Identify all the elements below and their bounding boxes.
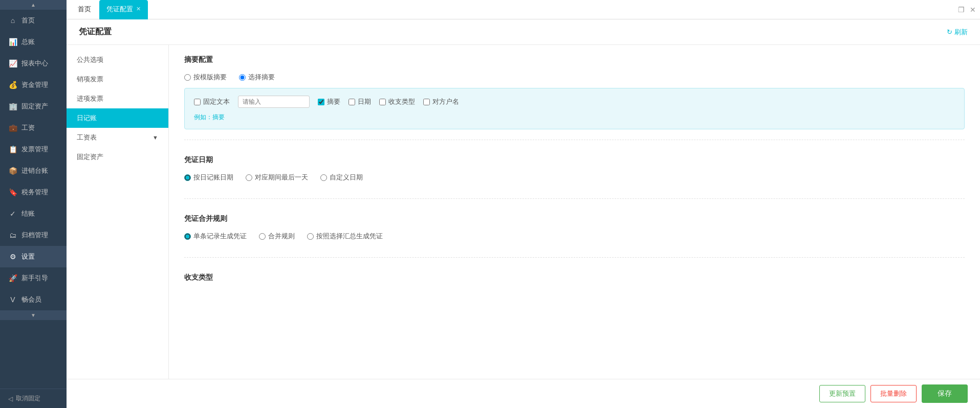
funds-icon: 💰 xyxy=(8,81,17,89)
body-area: 公共选项 销项发票 进项发票 日记账 工资表 ▼ 固定资产 xyxy=(67,45,980,379)
merge-rule-radio-summary-label: 按照选择汇总生成凭证 xyxy=(316,232,383,241)
sidebar-item-home[interactable]: ⌂ 首页 xyxy=(0,10,67,31)
voucher-date-radio-group: 按日记账日期 对应期间最后一天 自定义日期 xyxy=(184,173,965,182)
merge-rule-radio-summary[interactable]: 按照选择汇总生成凭证 xyxy=(307,232,383,241)
archive-icon: 🗂 xyxy=(8,231,17,239)
sidebar-item-funds-label: 资金管理 xyxy=(21,80,48,89)
abstract-radio-template-input[interactable] xyxy=(184,74,191,81)
left-nav-fixed-asset[interactable]: 固定资产 xyxy=(67,147,168,167)
sidebar-item-tax-label: 税务管理 xyxy=(21,188,48,197)
fixed-assets-icon: 🏢 xyxy=(8,102,17,110)
checkbox-fixed-text[interactable]: 固定文本 xyxy=(194,97,230,106)
checkbox-fixed-text-input[interactable] xyxy=(194,99,201,105)
sidebar-item-purchase-sale[interactable]: 📦 进销台账 xyxy=(0,160,67,182)
sidebar-scroll-down[interactable]: ▼ xyxy=(0,310,67,320)
invoice-icon: 📋 xyxy=(8,145,17,153)
merge-rule-radio-merge[interactable]: 合并规则 xyxy=(259,232,295,241)
sidebar-item-fixed-assets[interactable]: 🏢 固定资产 xyxy=(0,96,67,117)
voucher-date-radio-custom-label: 自定义日期 xyxy=(330,173,363,182)
refresh-label: 刷新 xyxy=(954,28,968,37)
checkbox-income-type[interactable]: 收支类型 xyxy=(379,97,415,106)
left-nav-public-label: 公共选项 xyxy=(77,55,103,64)
tab-voucher-config[interactable]: 凭证配置 ✕ xyxy=(99,0,148,19)
sidebar-unpin-button[interactable]: ◁ 取消固定 xyxy=(0,389,67,408)
abstract-radio-group: 按模版摘要 选择摘要 xyxy=(184,73,965,82)
checkbox-date[interactable]: 日期 xyxy=(349,97,371,106)
refresh-button[interactable]: ↻ 刷新 xyxy=(947,28,968,37)
update-preview-button[interactable]: 更新预置 xyxy=(819,385,865,402)
left-nav-purchase[interactable]: 进项发票 xyxy=(67,89,168,108)
sidebar: ▲ ⌂ 首页 📊 总账 📈 报表中心 💰 资金管理 🏢 固定资产 💼 工资 📋 … xyxy=(0,0,67,408)
voucher-date-radio-journal[interactable]: 按日记账日期 xyxy=(184,173,233,182)
sidebar-item-archive-label: 归档管理 xyxy=(21,231,48,240)
checkbox-counterparty-label: 对方户名 xyxy=(432,97,459,106)
tab-close-icon[interactable]: ✕ xyxy=(136,6,141,12)
main-area: 首页 凭证配置 ✕ ❐ ✕ 凭证配置 ↻ 刷新 公共选项 xyxy=(67,0,980,408)
left-nav-payroll-table[interactable]: 工资表 ▼ xyxy=(67,128,168,147)
sidebar-item-tax[interactable]: 🔖 税务管理 xyxy=(0,182,67,203)
left-nav-journal-label: 日记账 xyxy=(77,114,97,123)
sidebar-item-funds[interactable]: 💰 资金管理 xyxy=(0,74,67,96)
member-icon: V xyxy=(8,296,17,304)
merge-rule-radio-single-input[interactable] xyxy=(184,233,191,240)
checkbox-income-type-input[interactable] xyxy=(379,99,386,105)
bottom-bar: 更新预置 批量删除 保存 xyxy=(67,379,980,408)
sidebar-item-ledger[interactable]: 📊 总账 xyxy=(0,31,67,53)
fixed-text-input[interactable] xyxy=(238,96,310,108)
merge-rule-radio-single-label: 单条记录生成凭证 xyxy=(193,232,247,241)
voucher-date-radio-custom-input[interactable] xyxy=(320,174,327,181)
abstract-radio-template[interactable]: 按模版摘要 xyxy=(184,73,227,82)
left-nav-public[interactable]: 公共选项 xyxy=(67,50,168,70)
sidebar-item-settings[interactable]: ⚙ 设置 xyxy=(0,246,67,267)
abstract-radio-select-input[interactable] xyxy=(239,74,246,81)
abstract-section: 摘要配置 按模版摘要 选择摘要 xyxy=(184,55,965,140)
merge-rule-title: 凭证合并规则 xyxy=(184,214,965,223)
abstract-radio-select[interactable]: 选择摘要 xyxy=(239,73,275,82)
left-nav-sales[interactable]: 销项发票 xyxy=(67,70,168,89)
sidebar-item-home-label: 首页 xyxy=(21,16,35,25)
abstract-radio-template-label: 按模版摘要 xyxy=(193,73,227,82)
batch-delete-button[interactable]: 批量删除 xyxy=(870,385,917,402)
abstract-example: 例如：摘要 xyxy=(194,113,955,122)
checkbox-date-input[interactable] xyxy=(349,99,355,105)
checkbox-date-label: 日期 xyxy=(358,97,371,106)
merge-rule-radio-summary-input[interactable] xyxy=(307,233,314,240)
abstract-section-title: 摘要配置 xyxy=(184,55,965,64)
sidebar-item-archive[interactable]: 🗂 归档管理 xyxy=(0,224,67,246)
sidebar-item-guide-label: 新手引导 xyxy=(21,274,48,283)
checkbox-abstract-input[interactable] xyxy=(318,99,324,105)
sidebar-item-guide[interactable]: 🚀 新手引导 xyxy=(0,267,67,289)
left-nav-sales-label: 销项发票 xyxy=(77,75,103,84)
abstract-box: 固定文本 摘要 日期 xyxy=(184,88,965,129)
voucher-date-radio-period-input[interactable] xyxy=(246,174,252,181)
income-type-title: 收支类型 xyxy=(184,273,965,282)
left-nav-journal[interactable]: 日记账 xyxy=(67,108,168,128)
sidebar-item-report[interactable]: 📈 报表中心 xyxy=(0,53,67,74)
restore-window-icon[interactable]: ❐ xyxy=(958,6,965,14)
sidebar-scroll-up[interactable]: ▲ xyxy=(0,0,67,10)
merge-rule-section: 凭证合并规则 单条记录生成凭证 合并规则 按照选择汇总生成凭证 xyxy=(184,214,965,258)
sidebar-item-close[interactable]: ✓ 结账 xyxy=(0,203,67,224)
report-icon: 📈 xyxy=(8,59,17,67)
merge-rule-radio-merge-input[interactable] xyxy=(259,233,266,240)
checkbox-counterparty-input[interactable] xyxy=(423,99,430,105)
voucher-date-radio-journal-input[interactable] xyxy=(184,174,191,181)
content-wrapper: 凭证配置 ↻ 刷新 公共选项 销项发票 进项发票 日记账 xyxy=(67,19,980,408)
checkbox-abstract[interactable]: 摘要 xyxy=(318,97,340,106)
left-nav-payroll-table-label: 工资表 xyxy=(77,133,97,142)
purchase-sale-icon: 📦 xyxy=(8,167,17,175)
sidebar-item-member[interactable]: V 畅会员 xyxy=(0,289,67,310)
voucher-date-radio-custom[interactable]: 自定义日期 xyxy=(320,173,363,182)
sidebar-item-payroll[interactable]: 💼 工资 xyxy=(0,117,67,139)
voucher-date-section: 凭证日期 按日记账日期 对应期间最后一天 自定义日期 xyxy=(184,155,965,199)
tab-home-label: 首页 xyxy=(78,5,91,14)
merge-rule-radio-single[interactable]: 单条记录生成凭证 xyxy=(184,232,247,241)
checkbox-counterparty[interactable]: 对方户名 xyxy=(423,97,459,106)
close-window-icon[interactable]: ✕ xyxy=(970,6,976,14)
save-button[interactable]: 保存 xyxy=(922,384,968,403)
voucher-date-radio-period[interactable]: 对应期间最后一天 xyxy=(246,173,308,182)
voucher-date-radio-period-label: 对应期间最后一天 xyxy=(255,173,308,182)
tab-home[interactable]: 首页 xyxy=(71,0,98,19)
sidebar-item-invoice[interactable]: 📋 发票管理 xyxy=(0,139,67,160)
sidebar-item-purchase-sale-label: 进销台账 xyxy=(21,166,48,175)
